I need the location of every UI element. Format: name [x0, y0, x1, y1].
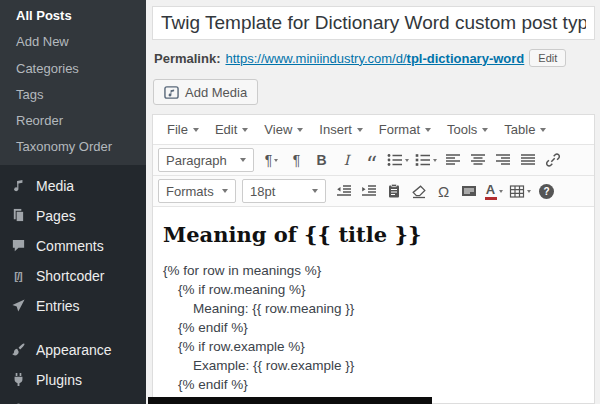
italic-icon: I	[344, 153, 350, 167]
chevron-down-icon	[193, 128, 199, 132]
sidebar-item-users[interactable]: Users	[0, 395, 146, 404]
add-media-icon	[164, 85, 179, 100]
sidebar-item-reorder[interactable]: Reorder	[0, 108, 146, 134]
permalink-slug: tpl-dictionary-word	[407, 51, 525, 66]
menu-edit[interactable]: Edit	[207, 118, 256, 141]
content-line: {% for row in meanings %}	[163, 261, 584, 280]
editor-toolbar-2: Formats 18pt Ω A	[153, 176, 594, 207]
content-line: {% if row.example %}	[163, 337, 584, 356]
help-icon: ?	[539, 184, 554, 199]
numbered-list-button[interactable]	[413, 148, 439, 172]
bullet-list-button[interactable]	[385, 148, 411, 172]
eraser-icon	[411, 184, 427, 199]
menu-file[interactable]: File	[159, 118, 207, 141]
menu-tools[interactable]: Tools	[439, 118, 496, 141]
align-right-button[interactable]	[491, 148, 514, 172]
special-character-button[interactable]: Ω	[432, 179, 455, 203]
help-button[interactable]: ?	[535, 179, 558, 203]
menu-label: File	[167, 122, 188, 137]
paste-button[interactable]	[382, 179, 405, 203]
sidebar-item-label: Media	[36, 178, 74, 194]
sidebar-item-label: Pages	[36, 208, 76, 224]
outdent-button[interactable]	[332, 179, 355, 203]
indent-button[interactable]	[357, 179, 380, 203]
formats-select[interactable]: Formats	[158, 179, 236, 203]
appearance-icon	[9, 342, 27, 358]
align-right-icon	[495, 153, 511, 167]
menu-table[interactable]: Table	[496, 118, 554, 141]
paragraph-mark-button[interactable]: ¶	[285, 148, 308, 172]
sidebar-item-tags[interactable]: Tags	[0, 82, 146, 108]
read-more-icon	[461, 183, 477, 199]
post-title-input[interactable]	[152, 6, 595, 40]
bold-button[interactable]: B	[310, 148, 333, 172]
clipboard-icon	[386, 183, 402, 199]
editor-toolbar-1: Paragraph ¶ ¶ B I “	[153, 145, 594, 176]
align-left-button[interactable]	[441, 148, 464, 172]
chevron-down-icon	[433, 159, 437, 162]
content-line: Example: {{ row.example }}	[163, 356, 584, 375]
align-left-icon	[445, 153, 461, 167]
indent-icon	[361, 184, 377, 198]
menu-label: Format	[379, 122, 420, 137]
pilcrow-icon: ¶	[265, 153, 273, 167]
menu-label: Insert	[319, 122, 352, 137]
chevron-down-icon	[425, 128, 431, 132]
sidebar-item-label: Comments	[36, 238, 104, 254]
sidebar-item-taxonomy-order[interactable]: Taxonomy Order	[0, 134, 146, 160]
block-format-select[interactable]: Paragraph	[158, 148, 254, 172]
sidebar-item-categories[interactable]: Categories	[0, 56, 146, 82]
chevron-down-icon	[540, 128, 546, 132]
link-button[interactable]	[541, 148, 564, 172]
menu-view[interactable]: View	[256, 118, 311, 141]
permalink-edit-button[interactable]: Edit	[529, 49, 566, 67]
font-size-select[interactable]: 18pt	[242, 179, 326, 203]
insert-paragraph-button[interactable]: ¶	[260, 148, 283, 172]
formats-value: Formats	[166, 184, 214, 199]
table-icon	[509, 184, 525, 199]
align-center-button[interactable]	[466, 148, 489, 172]
sidebar-item-shortcoder[interactable]: [/] Shortcoder	[0, 261, 146, 291]
omega-icon: Ω	[438, 184, 449, 199]
sidebar-item-plugins[interactable]: Plugins	[0, 365, 146, 395]
chevron-down-icon	[242, 128, 248, 132]
sidebar-item-media[interactable]: Media	[0, 171, 146, 201]
menu-insert[interactable]: Insert	[311, 118, 371, 141]
sidebar-item-label: Appearance	[36, 342, 112, 358]
media-buttons-row: Add Media	[153, 79, 600, 105]
text-color-button[interactable]: A	[482, 179, 505, 203]
italic-button[interactable]: I	[335, 148, 358, 172]
read-more-button[interactable]	[457, 179, 480, 203]
comments-icon	[9, 238, 27, 254]
sidebar-item-label: Shortcoder	[36, 268, 104, 284]
sidebar-item-label: Plugins	[36, 372, 82, 388]
shortcoder-icon: [/]	[9, 268, 27, 284]
numbered-list-icon	[415, 153, 431, 167]
justify-button[interactable]	[516, 148, 539, 172]
blockquote-button[interactable]: “	[360, 148, 383, 172]
blockquote-icon: “	[366, 161, 377, 169]
content-heading: Meaning of {{ title }}	[163, 222, 584, 247]
permalink-link[interactable]: https://www.miniindustry.com/d/tpl-dicti…	[225, 51, 524, 66]
sidebar-item-all-posts[interactable]: All Posts	[0, 3, 146, 29]
permalink-label: Permalink:	[154, 51, 220, 66]
font-size-value: 18pt	[250, 184, 275, 199]
pilcrow-icon: ¶	[293, 153, 301, 167]
admin-menu: Media Pages Comments [/] Shortcoder	[0, 171, 146, 404]
sidebar-item-comments[interactable]: Comments	[0, 231, 146, 261]
editor-content-body[interactable]: Meaning of {{ title }} {% for row in mea…	[153, 207, 594, 403]
sidebar-item-pages[interactable]: Pages	[0, 201, 146, 231]
sidebar-item-entries[interactable]: Entries	[0, 291, 146, 321]
menu-format[interactable]: Format	[371, 118, 439, 141]
permalink-row: Permalink: https://www.miniindustry.com/…	[154, 49, 600, 67]
sidebar-item-appearance[interactable]: Appearance	[0, 335, 146, 365]
chevron-down-icon	[482, 128, 488, 132]
admin-sidebar: All Posts Add New Categories Tags Reorde…	[0, 0, 146, 404]
content-line: {% endif %}	[163, 375, 584, 394]
add-media-button[interactable]: Add Media	[153, 79, 258, 105]
chevron-down-icon	[312, 189, 318, 193]
table-button[interactable]	[507, 179, 533, 203]
clear-formatting-button[interactable]	[407, 179, 430, 203]
menu-separator	[0, 321, 146, 335]
sidebar-item-add-new[interactable]: Add New	[0, 29, 146, 55]
